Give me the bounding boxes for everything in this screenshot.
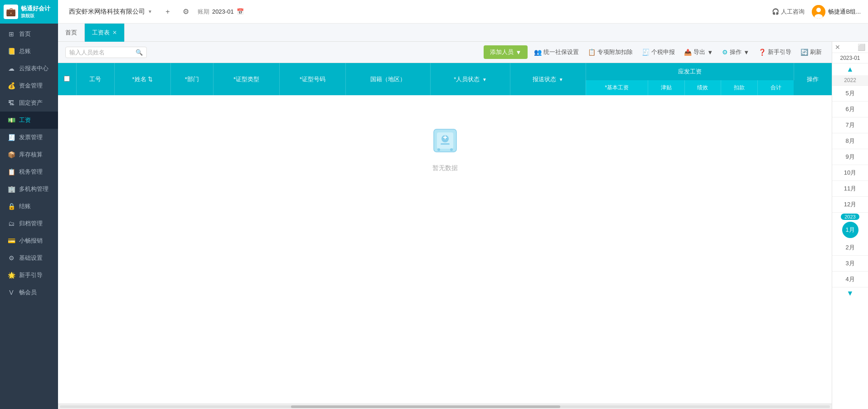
sidebar-item-label: 基础设置: [19, 254, 43, 262]
service-btn[interactable]: 🎧 人工咨询: [772, 8, 805, 16]
fund-icon: 💰: [7, 82, 15, 89]
personal-tax-btn[interactable]: 🧾 个税申报: [639, 46, 678, 58]
special-deduct-btn[interactable]: 📋 专项附加扣除: [585, 46, 635, 58]
logo-text-wrap: 畅通好会计 旗舰版: [21, 5, 50, 19]
calendar-icon[interactable]: 📅: [237, 8, 244, 15]
scrollbar-thumb[interactable]: [291, 405, 561, 408]
month-2022-06[interactable]: 6月: [832, 102, 868, 117]
scroll-down-btn[interactable]: ▼: [832, 287, 868, 299]
add-company-btn[interactable]: +: [161, 5, 174, 18]
sidebar-item-tax[interactable]: 📋 税务管理: [0, 163, 58, 180]
th-salary-group: 应发工资: [586, 63, 794, 80]
select-all-checkbox[interactable]: [64, 76, 70, 82]
export-btn[interactable]: 📤 导出 ▼: [681, 46, 716, 58]
sidebar-item-label: 总账: [19, 47, 31, 55]
sidebar-item-label: 固定资产: [19, 99, 43, 107]
sidebar-item-label: 税务管理: [19, 168, 43, 176]
month-2023-04[interactable]: 4月: [832, 272, 868, 287]
sidebar-item-settings[interactable]: ⚙ 基础设置: [0, 249, 58, 267]
content-area: 🔍 添加人员 ▼ 👥 统一社保设置 📋 专项附加扣除: [58, 42, 832, 409]
th-id-no: *证型号码: [280, 63, 346, 95]
tab-bar: 首页 工资表 ✕: [58, 24, 868, 42]
tab-home-label: 首页: [65, 29, 77, 37]
panel-close-btn[interactable]: ✕: [835, 44, 840, 51]
settings-btn[interactable]: ⚙: [179, 5, 192, 18]
th-checkbox: [58, 63, 76, 95]
sidebar-item-label: 工资: [19, 116, 31, 124]
sidebar-item-label: 首页: [19, 30, 31, 38]
operations-btn[interactable]: ⚙ 操作 ▼: [719, 46, 752, 58]
add-person-label: 添加人员: [490, 48, 514, 56]
panel-maximize-btn[interactable]: ⬜: [858, 44, 865, 51]
sidebar-item-expense[interactable]: 💳 小畅报销: [0, 232, 58, 249]
sidebar-item-guide[interactable]: 🌟 新手引导: [0, 267, 58, 284]
guide-icon: ❓: [758, 49, 766, 56]
report-filter-icon[interactable]: ▼: [559, 77, 563, 82]
empty-text: 暂无数据: [432, 164, 458, 172]
logo-subtitle: 旗舰版: [21, 13, 50, 19]
sidebar-item-cloud-report[interactable]: ☁ 云报表中心: [0, 60, 58, 77]
month-2022-08[interactable]: 8月: [832, 133, 868, 149]
expense-icon: 💳: [7, 237, 15, 244]
current-period-display: 2023-01: [832, 53, 868, 63]
search-icon[interactable]: 🔍: [136, 49, 143, 56]
member-icon: V: [7, 289, 15, 296]
month-2022-11[interactable]: 11月: [832, 181, 868, 197]
svg-rect-6: [441, 143, 450, 145]
archive-icon: 🗂: [7, 220, 15, 227]
sidebar-item-inventory[interactable]: 📦 库存核算: [0, 146, 58, 163]
guide-icon: 🌟: [7, 272, 15, 279]
refresh-btn[interactable]: 🔄 刷新: [798, 46, 824, 58]
tab-close-icon[interactable]: ✕: [112, 29, 117, 36]
month-2022-05[interactable]: 5月: [832, 86, 868, 102]
company-selector[interactable]: 西安虾米网络科技有限公司 ▼: [65, 6, 156, 18]
sidebar-item-ledger[interactable]: 📒 总账: [0, 43, 58, 60]
th-name: *姓名 ⇅: [115, 63, 170, 95]
guide-btn[interactable]: ❓ 新手引导: [756, 46, 794, 58]
month-picker-scroll[interactable]: ▲ 2022 5月 6月 7月 8月 9月: [832, 63, 868, 409]
status-filter-icon[interactable]: ▼: [482, 77, 487, 82]
empty-state: 暂无数据: [58, 95, 832, 200]
month-2023-02[interactable]: 2月: [832, 240, 868, 256]
sidebar-item-home[interactable]: ⊞ 首页: [0, 25, 58, 43]
month-2022-12[interactable]: 12月: [832, 197, 868, 213]
period-label: 账期: [198, 8, 209, 16]
search-input[interactable]: [69, 49, 133, 56]
sidebar-item-label: 结账: [19, 202, 31, 210]
operations-icon: ⚙: [722, 49, 728, 56]
sidebar-item-fund[interactable]: 💰 资金管理: [0, 77, 58, 94]
sidebar-item-invoice[interactable]: 🧾 发票管理: [0, 129, 58, 146]
cloud-icon: ☁: [7, 65, 15, 72]
sidebar-item-label: 畅会员: [19, 288, 37, 297]
horizontal-scrollbar[interactable]: [58, 404, 832, 409]
user-profile[interactable]: 畅捷通B组...: [812, 5, 861, 19]
th-total: 合计: [758, 80, 794, 95]
sidebar-item-member[interactable]: V 畅会员: [0, 284, 58, 301]
operations-label: 操作: [730, 48, 742, 56]
social-insurance-btn[interactable]: 👥 统一社保设置: [531, 46, 582, 58]
company-name: 西安虾米网络科技有限公司: [69, 8, 145, 16]
year-2022-label: 2022: [832, 75, 868, 86]
tab-salary[interactable]: 工资表 ✕: [85, 24, 125, 42]
tab-home[interactable]: 首页: [58, 24, 85, 42]
sidebar-item-fixed-assets[interactable]: 🏗 固定资产: [0, 94, 58, 112]
personal-tax-label: 个税申报: [651, 48, 675, 56]
sidebar-item-archive[interactable]: 🗂 归档管理: [0, 215, 58, 232]
th-nationality: 国籍（地区）: [345, 63, 430, 95]
sidebar-item-salary[interactable]: 💵 工资: [0, 112, 58, 129]
year-2023-badge-wrap: 2023: [832, 214, 868, 220]
month-2022-07[interactable]: 7月: [832, 117, 868, 133]
th-status: *人员状态 ▼: [430, 63, 510, 95]
month-2023-01[interactable]: 1月: [842, 222, 858, 238]
month-2022-10[interactable]: 10月: [832, 165, 868, 181]
social-insurance-label: 统一社保设置: [543, 48, 579, 56]
add-person-btn[interactable]: 添加人员 ▼: [484, 45, 528, 59]
sidebar-item-closing[interactable]: 🔒 结账: [0, 198, 58, 215]
month-2022-09[interactable]: 9月: [832, 149, 868, 165]
th-basic-salary: *基本工资: [586, 80, 648, 95]
refresh-label: 刷新: [810, 48, 822, 56]
scroll-up-btn[interactable]: ▲: [832, 63, 868, 75]
sidebar-item-multi-org[interactable]: 🏢 多机构管理: [0, 180, 58, 198]
month-2023-03[interactable]: 3月: [832, 256, 868, 272]
period-section: 账期 2023-01 📅: [198, 8, 244, 16]
